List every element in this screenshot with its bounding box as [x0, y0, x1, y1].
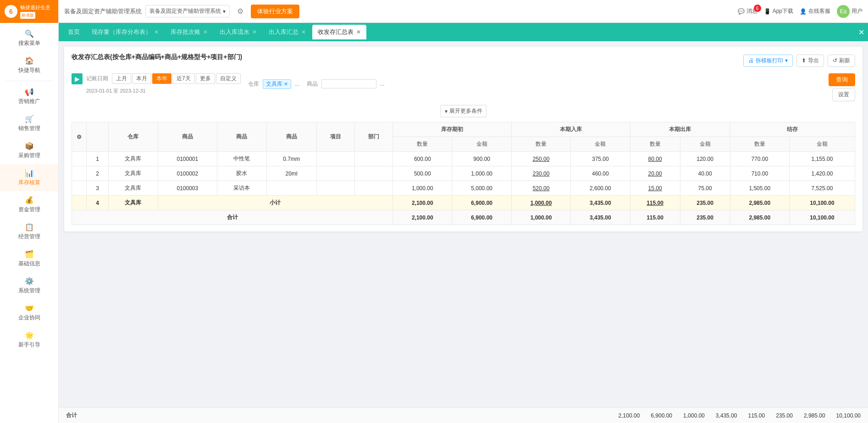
date-7-days[interactable]: 近7天 [172, 73, 195, 84]
warehouse-tag-close-icon[interactable]: ✕ [284, 81, 288, 87]
sidebar-item-operation[interactable]: 📋 经营管理 [0, 218, 58, 245]
settings-icon[interactable]: ⚙ [233, 5, 247, 18]
goods-input[interactable] [321, 79, 376, 88]
tab-recv-send[interactable]: 收发存汇总表 ✕ [312, 25, 366, 39]
subtotal-warehouse: 文具库 [109, 196, 158, 210]
goods-more-btn[interactable]: ... [380, 81, 385, 87]
guide-icon: 🌟 [25, 331, 34, 340]
col-name-header: 商品 [217, 122, 267, 152]
refresh-button[interactable]: ↺ 刷新 [828, 55, 855, 67]
row-begin-amt: 900.00 [452, 152, 511, 166]
sidebar-item-corp[interactable]: 🤝 企业协同 [0, 299, 58, 326]
expand-conditions-button[interactable]: ▾ 展开更多条件 [441, 105, 487, 117]
subtotal-out-qty[interactable]: 115.00 [630, 196, 680, 210]
row-in-qty[interactable]: 250.00 [511, 152, 570, 166]
sidebar-item-label: 资金管理 [18, 206, 40, 214]
row-begin-qty: 1,000.00 [393, 181, 452, 196]
row-in-amt: 460.00 [571, 166, 630, 181]
message-icon: 💬 [738, 8, 745, 15]
row-warehouse: 文具库 [109, 181, 158, 196]
sidebar-item-system[interactable]: ⚙️ 系统管理 [0, 272, 58, 299]
col-settings-header[interactable]: ⚙ [72, 122, 87, 152]
export-button[interactable]: ⬆ 导出 [796, 55, 824, 67]
row-out-qty[interactable]: 20.00 [630, 166, 680, 181]
logo-text: 畅捷通好生意 标准版 [20, 4, 50, 19]
sidebar-item-purchase[interactable]: 📦 采购管理 [0, 137, 58, 164]
row-settings [72, 181, 87, 196]
sidebar-item-inventory[interactable]: 📊 库存核算 [0, 164, 58, 191]
footer-total-begin-qty: 2,100.00 [619, 412, 640, 419]
subtotal-in-qty[interactable]: 1,000.00 [511, 196, 570, 210]
tab-close-icon[interactable]: ✕ [356, 29, 361, 35]
tab-close-icon[interactable]: ✕ [154, 29, 159, 35]
row-dept [354, 181, 393, 196]
tab-close-icon[interactable]: ✕ [203, 29, 208, 35]
system-dropdown[interactable]: 装备及固定资产辅助管理系统 ▾ [145, 5, 230, 17]
refresh-icon: ↺ [833, 57, 837, 64]
subtotal-row: 4 文具库 小计 2,100.00 6,900.00 1,000.00 3,43… [72, 196, 855, 210]
sidebar-item-guide[interactable]: 🌟 新手引导 [0, 326, 58, 353]
warehouse-more-btn[interactable]: ... [295, 81, 299, 87]
sidebar-item-finance[interactable]: 💰 资金管理 [0, 191, 58, 218]
sidebar-item-quick-nav[interactable]: 🏠 快捷导航 [0, 52, 58, 79]
sidebar-item-label: 营销推广 [18, 98, 40, 105]
query-button[interactable]: 查询 [829, 73, 855, 86]
tab-flow[interactable]: 出入库流水 ✕ [214, 25, 262, 39]
row-out-qty[interactable]: 80.00 [630, 152, 680, 166]
row-bal-qty: 770.00 [730, 152, 789, 166]
online-service-action[interactable]: 👤 在线客服 [800, 7, 830, 15]
search-icon: 🔍 [25, 29, 34, 38]
column-settings-icon[interactable]: ⚙ [77, 134, 82, 140]
sidebar-item-search[interactable]: 🔍 搜索菜单 [0, 25, 58, 52]
tab-inventory-dist[interactable]: 现存量（库存分布表） ✕ [86, 25, 164, 39]
col-warehouse-header: 仓库 [109, 122, 158, 152]
col-project-header: 项目 [316, 122, 354, 152]
demo-button[interactable]: 体验行业方案 [251, 5, 299, 18]
row-spec [266, 181, 316, 196]
tab-home[interactable]: 首页 [62, 25, 85, 39]
footer-total-bal-qty: 2,985.00 [804, 412, 825, 419]
col-begin-header: 库存期初 [393, 122, 512, 137]
filter-toggle-button[interactable]: ▶ [72, 73, 83, 84]
sidebar-item-label: 快捷导航 [18, 66, 40, 74]
date-last-month[interactable]: 上月 [112, 73, 131, 84]
tab-summary[interactable]: 出入库汇总 ✕ [263, 25, 311, 39]
table-settings-button[interactable]: 设置 [832, 88, 855, 101]
print-button[interactable]: 🖨 拆模板打印 ▾ [743, 55, 793, 67]
row-name: 采访本 [217, 181, 267, 196]
tab-close-all[interactable]: ✕ [858, 28, 864, 37]
date-this-month[interactable]: 本月 [132, 73, 151, 84]
tab-close-icon[interactable]: ✕ [252, 29, 257, 35]
row-bal-amt: 1,155.00 [789, 152, 855, 166]
date-more[interactable]: 更多 [196, 73, 215, 84]
subtotal-in-amt: 3,435.00 [571, 196, 630, 210]
tabbar: 首页 现存量（库存分布表） ✕ 库存批次账 ✕ 出入库流水 ✕ 出入库汇总 ✕ … [59, 23, 868, 41]
date-custom[interactable]: 自定义 [216, 73, 241, 84]
warehouse-tag[interactable]: 文具库 ✕ [263, 79, 291, 89]
row-spec: 0.7mm [266, 152, 316, 166]
subtotal-settings [72, 196, 87, 210]
col-in-amt-header: 金额 [571, 137, 630, 152]
col-out-qty-header: 数量 [630, 137, 680, 152]
sidebar-item-marketing[interactable]: 📢 营销推广 [0, 83, 58, 110]
row-in-qty[interactable]: 520.00 [511, 181, 570, 196]
tab-close-icon[interactable]: ✕ [301, 29, 306, 35]
sidebar-item-label: 系统管理 [18, 287, 40, 295]
sidebar-item-label: 库存核算 [18, 179, 40, 187]
date-this-year[interactable]: 本年 [152, 73, 171, 84]
app-download-action[interactable]: 📱 App下载 [764, 7, 793, 15]
sidebar-item-label: 基础信息 [18, 260, 40, 268]
table-row: 3 文具库 0100003 采访本 1,000.00 5,000.00 520.… [72, 181, 855, 196]
row-in-qty[interactable]: 230.00 [511, 166, 570, 181]
sidebar-item-sales[interactable]: 🛒 销售管理 [0, 110, 58, 137]
marketing-icon: 📢 [25, 88, 34, 96]
user-action[interactable]: Ea 用户 [837, 5, 862, 18]
sidebar-item-basic[interactable]: 🗂️ 基础信息 [0, 245, 58, 272]
row-out-qty[interactable]: 15.00 [630, 181, 680, 196]
system-icon: ⚙️ [25, 277, 34, 286]
avatar: Ea [837, 5, 850, 18]
message-action[interactable]: 💬 消息 6 [738, 7, 757, 15]
tab-batch-ledger[interactable]: 库存批次账 ✕ [165, 25, 213, 39]
col-begin-qty-header: 数量 [393, 137, 452, 152]
row-name: 中性笔 [217, 152, 267, 166]
